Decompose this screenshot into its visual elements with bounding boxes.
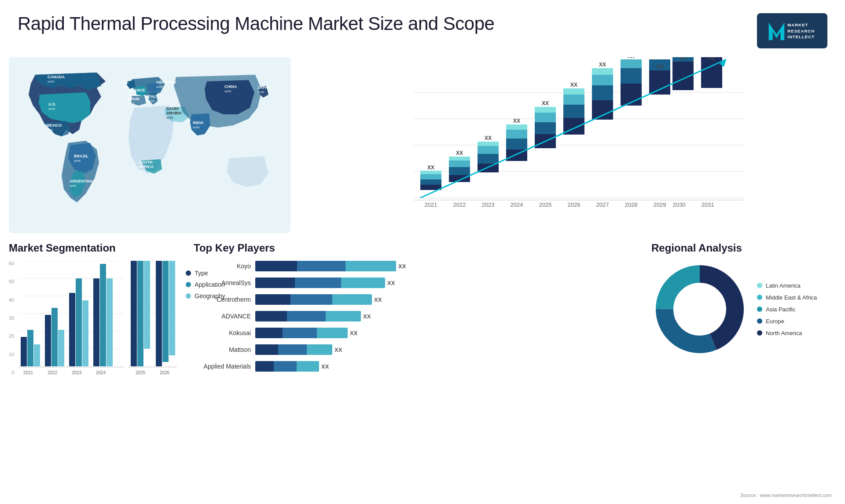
- type-dot: [186, 270, 191, 276]
- svg-text:GERMANY: GERMANY: [156, 80, 176, 84]
- bar-seg1: [255, 328, 283, 338]
- y-label-40: 40: [9, 297, 14, 303]
- player-bar-wrap-mattson: XX: [255, 344, 643, 355]
- top-content: CANADA xx% U.S. xx% MEXICO xx% BRAZIL xx…: [0, 53, 845, 237]
- player-val-centrotherm: XX: [374, 296, 382, 303]
- world-map-section: CANADA xx% U.S. xx% MEXICO xx% BRAZIL xx…: [9, 53, 290, 237]
- bar-seg1: [255, 311, 287, 321]
- donut-wrap: Latin America Middle East & Africa Asia …: [651, 261, 836, 358]
- svg-rect-113: [45, 315, 51, 366]
- player-bar-mattson: [255, 344, 332, 355]
- player-bar-wrap-kokusai: XX: [255, 328, 643, 338]
- player-val-koyo: XX: [398, 263, 406, 270]
- svg-text:xx%: xx%: [129, 93, 135, 97]
- svg-text:2021: 2021: [23, 370, 33, 375]
- player-name-mattson: Mattson: [194, 346, 251, 353]
- bar-seg2: [287, 311, 326, 321]
- svg-text:2029: 2029: [654, 201, 666, 208]
- svg-text:2024: 2024: [96, 370, 106, 375]
- segmentation-title: Market Segmentation: [9, 242, 185, 254]
- bar-seg3: [297, 361, 319, 372]
- svg-text:xx%: xx%: [121, 85, 128, 89]
- svg-text:2025: 2025: [539, 201, 552, 208]
- svg-text:JAPAN: JAPAN: [257, 85, 271, 90]
- svg-text:xx%: xx%: [147, 99, 154, 103]
- svg-text:2027: 2027: [596, 201, 609, 208]
- svg-rect-96: [701, 57, 722, 88]
- bar-seg3: [317, 328, 348, 338]
- svg-rect-45: [420, 171, 441, 174]
- north-america-label: North America: [766, 330, 802, 336]
- svg-text:ITALY: ITALY: [147, 94, 158, 99]
- svg-text:xx%: xx%: [139, 169, 145, 173]
- player-row-centrotherm: Centrotherm XX: [194, 294, 643, 305]
- bar-seg2: [297, 261, 345, 271]
- y-label-20: 20: [9, 333, 14, 339]
- svg-text:CANADA: CANADA: [48, 75, 65, 79]
- svg-rect-85: [621, 68, 642, 84]
- bar-seg2: [274, 361, 297, 372]
- donut-chart: [651, 261, 748, 358]
- svg-text:XX: XX: [628, 57, 635, 59]
- svg-rect-121: [100, 264, 106, 366]
- svg-text:xx%: xx%: [48, 80, 54, 84]
- bar-seg3: [345, 261, 396, 271]
- svg-rect-49: [449, 167, 470, 175]
- player-row-koyo: Koyo XX: [194, 261, 643, 271]
- latin-america-dot: [757, 283, 762, 288]
- svg-text:xx%: xx%: [224, 89, 231, 93]
- bar-seg1: [255, 261, 297, 271]
- svg-text:xx%: xx%: [128, 102, 134, 106]
- player-val-advance: XX: [363, 313, 371, 320]
- y-label-0: 0: [11, 370, 14, 375]
- regional-title: Regional Analysis: [651, 242, 836, 254]
- svg-text:INDIA: INDIA: [193, 121, 204, 125]
- svg-text:XX: XX: [485, 135, 492, 141]
- player-bar-wrap-applied: XX: [255, 361, 643, 372]
- header: Rapid Thermal Processing Machine Market …: [0, 0, 845, 53]
- svg-rect-50: [449, 161, 470, 167]
- player-bar-annealsys: [255, 278, 385, 288]
- svg-rect-79: [592, 85, 613, 100]
- player-bar-wrap-advance: XX: [255, 311, 643, 321]
- logo-box: MARKET RESEARCH INTELLECT: [757, 13, 827, 48]
- svg-text:FRANCE: FRANCE: [129, 88, 145, 92]
- svg-text:CHINA: CHINA: [224, 84, 237, 89]
- legend-asia-pacific: Asia Pacific: [757, 306, 817, 313]
- svg-rect-74: [563, 95, 584, 105]
- bar-seg3: [341, 278, 385, 288]
- legend-latin-america: Latin America: [757, 282, 817, 289]
- application-dot: [186, 282, 191, 287]
- bar-seg3: [307, 344, 332, 355]
- svg-text:2026: 2026: [160, 370, 170, 375]
- seg-chart-svg2: 2025 2026: [129, 261, 177, 393]
- svg-text:xx%: xx%: [74, 159, 81, 163]
- mea-dot: [757, 295, 762, 300]
- player-bar-wrap-koyo: XX: [255, 261, 643, 271]
- svg-text:INTELLECT: INTELLECT: [787, 34, 815, 39]
- svg-text:2025: 2025: [136, 370, 146, 375]
- svg-text:2022: 2022: [48, 370, 58, 375]
- svg-text:ARGENTINA: ARGENTINA: [70, 179, 93, 183]
- svg-rect-117: [76, 278, 82, 366]
- source-line: Source : www.marketresearchintellect.com: [740, 491, 832, 499]
- bar-seg2: [278, 344, 307, 355]
- europe-label: Europe: [766, 318, 784, 325]
- svg-rect-112: [34, 344, 40, 366]
- svg-rect-86: [621, 59, 642, 68]
- svg-text:2023: 2023: [482, 201, 495, 208]
- svg-rect-62: [506, 130, 527, 139]
- y-label-50: 50: [9, 279, 14, 284]
- asia-pacific-label: Asia Pacific: [766, 306, 795, 313]
- bar-seg1: [255, 294, 290, 305]
- svg-rect-120: [93, 278, 99, 366]
- svg-text:2031: 2031: [702, 201, 714, 208]
- svg-rect-43: [420, 179, 441, 185]
- svg-text:xx%: xx%: [46, 128, 53, 132]
- svg-rect-57: [478, 142, 499, 146]
- svg-text:U.S.: U.S.: [48, 102, 56, 106]
- player-row-advance: ADVANCE XX: [194, 311, 643, 321]
- svg-text:SOUTH: SOUTH: [139, 160, 153, 164]
- svg-text:2022: 2022: [453, 201, 466, 208]
- svg-rect-137: [144, 261, 150, 349]
